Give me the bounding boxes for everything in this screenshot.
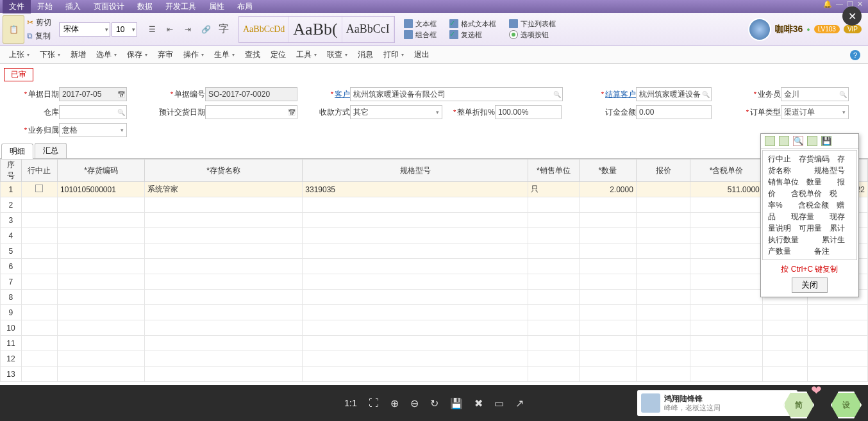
- popup-tool-icon[interactable]: [779, 136, 789, 146]
- input-settlecust[interactable]: 杭州筑家暖通设备: [636, 87, 712, 101]
- input-bizowner[interactable]: 意格: [59, 123, 127, 137]
- table-row[interactable]: 3: [1, 213, 868, 228]
- close-icon[interactable]: ✕: [857, 0, 863, 8]
- detail-grid[interactable]: 序号行中止*存货编码*存货名称规格型号*销售单位*数量报价*含税单价*税率%*含…: [0, 159, 868, 391]
- bullets-icon[interactable]: ☰: [145, 22, 159, 37]
- toolbar-13[interactable]: 打印: [378, 46, 409, 63]
- popup-save-icon[interactable]: 💾: [821, 136, 831, 146]
- table-row[interactable]: 11: [1, 336, 868, 351]
- tab-detail[interactable]: 明细: [1, 144, 33, 159]
- toolbar-14[interactable]: 退出: [409, 46, 435, 63]
- toolbar-2[interactable]: 新增: [65, 46, 91, 63]
- input-deposit[interactable]: 0.00: [636, 105, 712, 119]
- ribbon-tab-home[interactable]: 开始: [31, 0, 59, 13]
- overlay-close-icon[interactable]: ✕: [842, 6, 862, 26]
- outdent-icon[interactable]: ⇤: [163, 22, 177, 37]
- popup-close-button[interactable]: 关闭: [792, 277, 828, 293]
- insert-radio[interactable]: 选项按钮: [509, 30, 556, 40]
- col-header[interactable]: 规格型号: [303, 160, 528, 182]
- toolbar-12[interactable]: 消息: [353, 46, 378, 63]
- style-3[interactable]: AaBbCcI: [342, 17, 394, 42]
- style-2[interactable]: AaBb(: [289, 17, 342, 42]
- link-icon[interactable]: 🔗: [199, 22, 213, 37]
- minimize-icon[interactable]: —: [836, 0, 843, 8]
- col-header[interactable]: *数量: [579, 160, 636, 182]
- table-row[interactable]: 6: [1, 259, 868, 274]
- insert-textbox[interactable]: 文本框: [404, 19, 437, 29]
- popup-search-icon[interactable]: 🔍: [793, 136, 803, 146]
- input-billdate[interactable]: 2017-07-05: [59, 87, 127, 101]
- ribbon-tab-file[interactable]: 文件: [3, 0, 31, 13]
- toolbar-10[interactable]: 工具: [291, 46, 322, 63]
- rotate-icon[interactable]: ↻: [430, 397, 438, 409]
- label-settlecust[interactable]: 结算客户: [605, 90, 636, 99]
- insert-rtf[interactable]: 格式文本框: [449, 19, 496, 29]
- table-row[interactable]: 5: [1, 244, 868, 259]
- tab-summary[interactable]: 汇总: [35, 143, 67, 158]
- popup-tool-icon[interactable]: [765, 136, 775, 146]
- fit-icon[interactable]: ⛶: [369, 397, 379, 409]
- input-discount[interactable]: 100.00%: [495, 105, 562, 119]
- input-warehouse[interactable]: [59, 105, 127, 119]
- zoom-in-icon[interactable]: ⊕: [390, 397, 399, 409]
- toolbar-3[interactable]: 选单: [91, 46, 122, 63]
- toolbar-7[interactable]: 生单: [209, 46, 240, 63]
- ribbon-tab-insert[interactable]: 插入: [59, 0, 87, 13]
- insert-combo[interactable]: 组合框: [404, 30, 437, 40]
- ribbon-tab-data[interactable]: 数据: [131, 0, 159, 13]
- input-paymethod[interactable]: 其它: [350, 105, 442, 119]
- ribbon-tab-devtools[interactable]: 开发工具: [159, 0, 203, 13]
- toolbar-8[interactable]: 查找: [240, 46, 265, 63]
- col-header[interactable]: 行中止: [21, 160, 57, 182]
- table-row[interactable]: 10: [1, 320, 868, 336]
- font-size-combo[interactable]: 10: [112, 22, 137, 37]
- hex-badge-1[interactable]: 简: [783, 392, 814, 418]
- table-row[interactable]: 8: [1, 290, 868, 305]
- ribbon-tab-pagedesign[interactable]: 页面设计: [87, 0, 131, 13]
- font-name-combo[interactable]: 宋体: [59, 22, 110, 37]
- col-header[interactable]: *销售单位: [528, 160, 580, 182]
- help-icon[interactable]: ?: [850, 50, 860, 60]
- font-big-icon[interactable]: 字: [217, 22, 231, 37]
- zoom-out-icon[interactable]: ⊖: [410, 397, 419, 409]
- toolbar-11[interactable]: 联查: [322, 46, 353, 63]
- table-row[interactable]: 11010105000001系统管家3319035只2.0000511.0000…: [1, 182, 868, 197]
- ribbon-tab-props[interactable]: 属性: [203, 0, 231, 13]
- hex-badge-2[interactable]: 设: [831, 392, 862, 418]
- toolbar-1[interactable]: 下张: [35, 46, 65, 63]
- cut-button[interactable]: ✂剪切: [27, 17, 51, 28]
- toolbar-6[interactable]: 操作: [178, 46, 209, 63]
- insert-dropdown[interactable]: 下拉列表框: [509, 19, 556, 29]
- col-header[interactable]: *含税单价: [690, 160, 763, 182]
- col-header[interactable]: *存货编码: [58, 160, 145, 182]
- table-row[interactable]: 2: [1, 197, 868, 213]
- toolbar-4[interactable]: 保存: [122, 46, 153, 63]
- indent-icon[interactable]: ⇥: [181, 22, 195, 37]
- col-header[interactable]: 序号: [1, 160, 22, 182]
- popup-tool-icon[interactable]: [807, 136, 817, 146]
- label-customer[interactable]: 客户: [335, 90, 350, 99]
- paste-button[interactable]: 📋: [3, 15, 24, 44]
- share-icon[interactable]: ↗: [515, 397, 524, 409]
- input-salesman[interactable]: 金川: [781, 87, 849, 101]
- input-billno[interactable]: SO-2017-07-0020: [205, 87, 297, 101]
- bell-icon[interactable]: 🔔: [823, 0, 832, 8]
- table-row[interactable]: 9: [1, 305, 868, 320]
- toolbar-0[interactable]: 上张: [4, 46, 35, 63]
- style-1[interactable]: AaBbCcDd: [239, 17, 289, 42]
- col-header[interactable]: *存货名称: [145, 160, 303, 182]
- toolbar-5[interactable]: 弃审: [153, 46, 178, 63]
- input-customer[interactable]: 杭州筑家暖通设备有限公司: [350, 87, 563, 101]
- device-icon[interactable]: ▭: [494, 397, 504, 409]
- input-ordertype[interactable]: 渠道订单: [781, 105, 849, 119]
- delete-icon[interactable]: ✖: [474, 397, 483, 409]
- save-icon[interactable]: 💾: [450, 397, 463, 409]
- table-row[interactable]: 7: [1, 274, 868, 290]
- table-row[interactable]: 12: [1, 351, 868, 367]
- user-avatar[interactable]: [748, 18, 771, 41]
- toolbar-9[interactable]: 定位: [265, 46, 291, 63]
- table-row[interactable]: 13: [1, 367, 868, 382]
- ribbon-tab-layout[interactable]: 布局: [231, 0, 259, 13]
- chat-toast[interactable]: 鸿翔陆锋锋 峰峰，老板这这周: [637, 390, 797, 416]
- insert-checkbox[interactable]: 复选框: [449, 30, 496, 40]
